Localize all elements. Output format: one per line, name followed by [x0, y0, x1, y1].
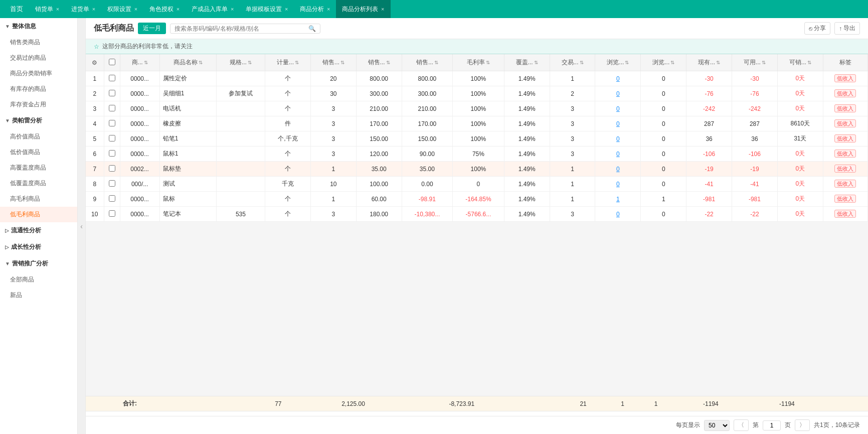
horizontal-scrollbar[interactable]: [86, 411, 868, 416]
sidebar-item-sales-goods[interactable]: 销售类商品: [0, 35, 77, 50]
page-number-input[interactable]: [763, 420, 781, 430]
browse1-link[interactable]: 0: [616, 135, 620, 142]
sort-sellable[interactable]: ⇅: [807, 60, 811, 65]
nav-template[interactable]: 单据模板设置 ×: [240, 0, 294, 18]
search-input[interactable]: [175, 25, 308, 32]
nav-close-product-entry[interactable]: ×: [231, 6, 234, 12]
sidebar-collapse-btn[interactable]: ‹: [78, 18, 86, 434]
sidebar-group-marketing[interactable]: ▼ 营销推广分析: [0, 255, 77, 272]
nav-product-entry[interactable]: 产成品入库单 ×: [186, 0, 240, 18]
browse1-link[interactable]: 1: [616, 196, 620, 203]
sidebar-item-high-value[interactable]: 高价值商品: [0, 129, 77, 144]
nav-sales[interactable]: 销货单 ×: [29, 0, 65, 18]
sidebar-item-inventory-capital[interactable]: 库存资金占用: [0, 97, 77, 112]
browse1-link[interactable]: 0: [616, 120, 620, 127]
nav-close-sales[interactable]: ×: [56, 6, 59, 12]
sort-gross-rate[interactable]: ⇅: [486, 60, 490, 65]
row-browse1[interactable]: 0: [595, 116, 641, 131]
sort-code[interactable]: ⇅: [144, 60, 148, 65]
next-page-btn[interactable]: 〉: [795, 419, 810, 431]
row-browse1[interactable]: 0: [595, 207, 641, 222]
row-checkbox[interactable]: [104, 101, 120, 116]
nav-close-template[interactable]: ×: [285, 6, 288, 12]
sort-browse2[interactable]: ⇅: [670, 60, 674, 65]
sort-spec[interactable]: ⇅: [248, 60, 252, 65]
sidebar-item-category-rate[interactable]: 商品分类助销率: [0, 66, 77, 81]
sort-current[interactable]: ⇅: [716, 60, 720, 65]
sidebar-item-stocked-goods[interactable]: 有库存的商品: [0, 81, 77, 97]
sidebar-item-new-goods[interactable]: 新品: [0, 287, 77, 303]
row-check-3[interactable]: [109, 120, 115, 126]
sort-unit[interactable]: ⇅: [295, 60, 299, 65]
col-checkbox-all[interactable]: [104, 54, 120, 71]
prev-page-btn[interactable]: 〈: [734, 419, 749, 431]
nav-close-product-analysis-list[interactable]: ×: [381, 6, 384, 12]
browse1-link[interactable]: 0: [616, 75, 620, 82]
row-check-8[interactable]: [109, 195, 115, 202]
row-checkbox[interactable]: [104, 71, 120, 86]
sort-browse1[interactable]: ⇅: [625, 60, 629, 65]
sidebar-group-overall[interactable]: ▼ 整体信息: [0, 18, 77, 35]
nav-close-purchase[interactable]: ×: [92, 6, 95, 12]
nav-product-analysis-list[interactable]: 商品分析列表 ×: [336, 0, 390, 18]
row-checkbox[interactable]: [104, 207, 120, 222]
row-checkbox[interactable]: [104, 192, 120, 207]
row-check-0[interactable]: [109, 75, 115, 81]
search-icon[interactable]: 🔍: [308, 25, 316, 32]
sidebar-item-low-coverage[interactable]: 低覆盖度商品: [0, 176, 77, 191]
sidebar-item-high-coverage[interactable]: 高覆盖度商品: [0, 160, 77, 176]
share-button[interactable]: ⎋ 分享: [804, 22, 830, 35]
row-browse1[interactable]: 0: [595, 177, 641, 192]
nav-close-role[interactable]: ×: [177, 6, 180, 12]
row-checkbox[interactable]: [104, 177, 120, 192]
sort-name[interactable]: ⇅: [199, 60, 203, 65]
nav-product-analysis[interactable]: 商品分析 ×: [294, 0, 336, 18]
row-check-5[interactable]: [109, 150, 115, 157]
sidebar-item-low-gross[interactable]: 低毛利商品: [0, 207, 77, 222]
sidebar-item-all-goods[interactable]: 全部商品: [0, 272, 77, 287]
browse1-link[interactable]: 0: [616, 181, 620, 188]
browse1-link[interactable]: 0: [616, 90, 620, 97]
row-checkbox[interactable]: [104, 86, 120, 101]
sidebar-group-pareto[interactable]: ▼ 类帕雷分析: [0, 112, 77, 129]
sidebar-group-growth[interactable]: ▷ 成长性分析: [0, 239, 77, 255]
row-browse1[interactable]: 1: [595, 192, 641, 207]
nav-purchase[interactable]: 进货单 ×: [65, 0, 101, 18]
row-check-2[interactable]: [109, 105, 115, 111]
sort-available[interactable]: ⇅: [762, 60, 766, 65]
row-checkbox[interactable]: [104, 147, 120, 162]
row-check-7[interactable]: [109, 180, 115, 187]
row-checkbox[interactable]: [104, 162, 120, 177]
date-filter-button[interactable]: 近一月: [138, 23, 166, 34]
browse1-link[interactable]: 0: [616, 151, 620, 158]
sidebar-group-circulation[interactable]: ▷ 流通性分析: [0, 222, 77, 239]
row-checkbox[interactable]: [104, 131, 120, 147]
row-checkbox[interactable]: [104, 116, 120, 131]
nav-close-permission[interactable]: ×: [134, 6, 137, 12]
browse1-link[interactable]: 0: [616, 105, 620, 112]
sidebar-item-high-gross[interactable]: 高毛利商品: [0, 191, 77, 207]
nav-permission[interactable]: 权限设置 ×: [101, 0, 143, 18]
export-button[interactable]: ↑ 导出: [834, 22, 860, 35]
row-check-1[interactable]: [109, 90, 115, 96]
sidebar-item-traded-goods[interactable]: 交易过的商品: [0, 50, 77, 66]
sort-sales-count[interactable]: ⇅: [340, 60, 344, 65]
row-browse1[interactable]: 0: [595, 86, 641, 101]
row-check-9[interactable]: [109, 210, 115, 217]
row-browse1[interactable]: 0: [595, 162, 641, 177]
sort-coverage[interactable]: ⇅: [534, 60, 538, 65]
nav-close-product-analysis[interactable]: ×: [327, 6, 330, 12]
nav-home[interactable]: 首页: [4, 0, 29, 18]
col-settings[interactable]: ⚙: [86, 54, 104, 71]
per-page-select[interactable]: 50 100 200: [704, 420, 730, 431]
browse1-link[interactable]: 0: [616, 211, 620, 218]
table-wrapper[interactable]: ⚙ 商...⇅ 商品名称⇅ 规格...⇅ 计量...⇅ 销售...⇅ 销售...…: [86, 54, 868, 396]
row-check-6[interactable]: [109, 165, 115, 172]
sort-sales-amount[interactable]: ⇅: [386, 60, 390, 65]
checkbox-all[interactable]: [109, 59, 115, 65]
row-browse1[interactable]: 0: [595, 101, 641, 116]
row-browse1[interactable]: 0: [595, 131, 641, 147]
row-check-4[interactable]: [109, 135, 115, 141]
row-browse1[interactable]: 0: [595, 147, 641, 162]
sort-trade[interactable]: ⇅: [580, 60, 584, 65]
